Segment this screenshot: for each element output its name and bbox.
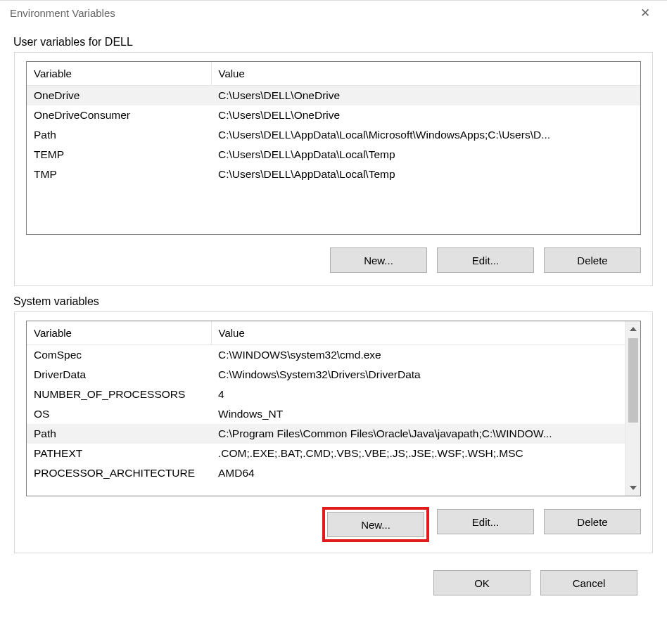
cell-value: C:\Users\DELL\OneDrive <box>211 86 640 106</box>
user-col-variable[interactable]: Variable <box>27 62 211 86</box>
close-button[interactable]: ✕ <box>629 3 661 24</box>
ok-button[interactable]: OK <box>433 570 531 595</box>
cell-variable: TMP <box>27 165 211 184</box>
cell-variable: OneDrive <box>27 86 211 106</box>
system-variables-table[interactable]: Variable Value ComSpecC:\WINDOWS\system3… <box>27 321 625 483</box>
system-new-button[interactable]: New... <box>327 512 424 537</box>
window-title: Environment Variables <box>10 7 115 19</box>
system-delete-button[interactable]: Delete <box>544 509 641 534</box>
cell-value: AMD64 <box>211 463 625 483</box>
cell-value: Windows_NT <box>211 404 625 424</box>
scroll-up-icon[interactable] <box>625 321 641 337</box>
system-scrollbar[interactable] <box>625 321 640 496</box>
cell-value: C:\Windows\System32\Drivers\DriverData <box>211 365 625 385</box>
system-variables-table-container: Variable Value ComSpecC:\WINDOWS\system3… <box>26 321 641 496</box>
user-edit-button[interactable]: Edit... <box>437 247 534 273</box>
table-row[interactable]: PATHEXT.COM;.EXE;.BAT;.CMD;.VBS;.VBE;.JS… <box>27 444 625 463</box>
cell-variable: Path <box>27 424 211 444</box>
highlight-new-button: New... <box>324 509 427 540</box>
scroll-down-icon[interactable] <box>625 480 641 496</box>
cell-variable: PATHEXT <box>27 444 211 463</box>
cell-variable: Path <box>27 125 211 145</box>
user-buttons-row: New... Edit... Delete <box>26 247 641 273</box>
cell-variable: TEMP <box>27 145 211 165</box>
table-row[interactable]: OneDriveC:\Users\DELL\OneDrive <box>27 86 640 106</box>
cell-value: C:\Program Files\Common Files\Oracle\Jav… <box>211 424 625 444</box>
cell-variable: OneDriveConsumer <box>27 105 211 125</box>
titlebar: Environment Variables ✕ <box>0 0 667 25</box>
table-row[interactable]: TMPC:\Users\DELL\AppData\Local\Temp <box>27 165 640 184</box>
table-row[interactable]: OSWindows_NT <box>27 404 625 424</box>
close-icon: ✕ <box>640 6 650 20</box>
cell-value: C:\Users\DELL\OneDrive <box>211 105 640 125</box>
cell-value: C:\Users\DELL\AppData\Local\Microsoft\Wi… <box>211 125 640 145</box>
cell-variable: OS <box>27 404 211 424</box>
user-variables-legend: User variables for DELL <box>13 36 133 49</box>
cell-value: 4 <box>211 385 625 404</box>
cell-variable: ComSpec <box>27 345 211 366</box>
table-row[interactable]: PathC:\Program Files\Common Files\Oracle… <box>27 424 625 444</box>
cell-value: C:\Users\DELL\AppData\Local\Temp <box>211 145 640 165</box>
environment-variables-dialog: Environment Variables ✕ User variables f… <box>0 0 667 644</box>
cell-value: .COM;.EXE;.BAT;.CMD;.VBS;.VBE;.JS;.JSE;.… <box>211 444 625 463</box>
table-row[interactable]: NUMBER_OF_PROCESSORS4 <box>27 385 625 404</box>
user-variables-table[interactable]: Variable Value OneDriveC:\Users\DELL\One… <box>27 62 640 184</box>
dialog-buttons-row: OK Cancel <box>14 553 653 603</box>
user-variables-group: User variables for DELL Variable Value O… <box>14 52 653 286</box>
cell-variable: PROCESSOR_ARCHITECTURE <box>27 463 211 483</box>
user-variables-table-container: Variable Value OneDriveC:\Users\DELL\One… <box>26 61 641 235</box>
system-edit-button[interactable]: Edit... <box>437 509 534 534</box>
cell-variable: DriverData <box>27 365 211 385</box>
system-variables-group: System variables Variable Value ComSpecC… <box>14 311 653 553</box>
dialog-content: User variables for DELL Variable Value O… <box>0 25 667 644</box>
system-col-value[interactable]: Value <box>211 321 625 345</box>
table-row[interactable]: DriverDataC:\Windows\System32\Drivers\Dr… <box>27 365 625 385</box>
system-col-variable[interactable]: Variable <box>27 321 211 345</box>
scroll-thumb[interactable] <box>628 338 638 423</box>
table-row[interactable]: TEMPC:\Users\DELL\AppData\Local\Temp <box>27 145 640 165</box>
table-row[interactable]: ComSpecC:\WINDOWS\system32\cmd.exe <box>27 345 625 366</box>
system-variables-legend: System variables <box>13 295 99 308</box>
cell-value: C:\WINDOWS\system32\cmd.exe <box>211 345 625 366</box>
table-row[interactable]: PathC:\Users\DELL\AppData\Local\Microsof… <box>27 125 640 145</box>
user-col-value[interactable]: Value <box>211 62 640 86</box>
cell-variable: NUMBER_OF_PROCESSORS <box>27 385 211 404</box>
user-delete-button[interactable]: Delete <box>544 247 641 273</box>
table-row[interactable]: PROCESSOR_ARCHITECTUREAMD64 <box>27 463 625 483</box>
user-new-button[interactable]: New... <box>330 247 427 273</box>
cancel-button[interactable]: Cancel <box>540 570 637 595</box>
table-row[interactable]: OneDriveConsumerC:\Users\DELL\OneDrive <box>27 105 640 125</box>
cell-value: C:\Users\DELL\AppData\Local\Temp <box>211 165 640 184</box>
system-buttons-row: New... Edit... Delete <box>26 509 641 540</box>
